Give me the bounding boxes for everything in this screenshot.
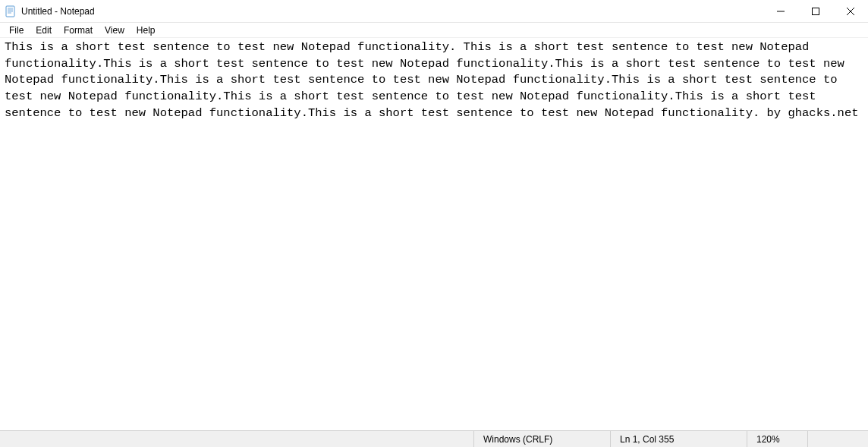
status-zoom: 120% [747,431,807,447]
menu-edit[interactable]: Edit [30,24,58,37]
notepad-icon [5,5,17,17]
status-cursor-position: Ln 1, Col 355 [610,431,747,447]
statusbar: Windows (CRLF) Ln 1, Col 355 120% [0,430,868,447]
status-extra [807,431,868,447]
titlebar-left: Untitled - Notepad [5,5,95,17]
menubar: File Edit Format View Help [0,23,868,38]
menu-format[interactable]: Format [58,24,99,37]
close-button[interactable] [833,0,868,22]
svg-rect-6 [813,8,819,14]
minimize-button[interactable] [763,0,798,22]
text-editor[interactable]: This is a short test sentence to test ne… [0,38,868,430]
window-title: Untitled - Notepad [21,6,95,17]
titlebar: Untitled - Notepad [0,0,868,23]
menu-help[interactable]: Help [131,24,162,37]
status-line-ending: Windows (CRLF) [473,431,610,447]
menu-view[interactable]: View [99,24,131,37]
maximize-button[interactable] [798,0,833,22]
window-controls [763,0,868,22]
menu-file[interactable]: File [3,24,30,37]
